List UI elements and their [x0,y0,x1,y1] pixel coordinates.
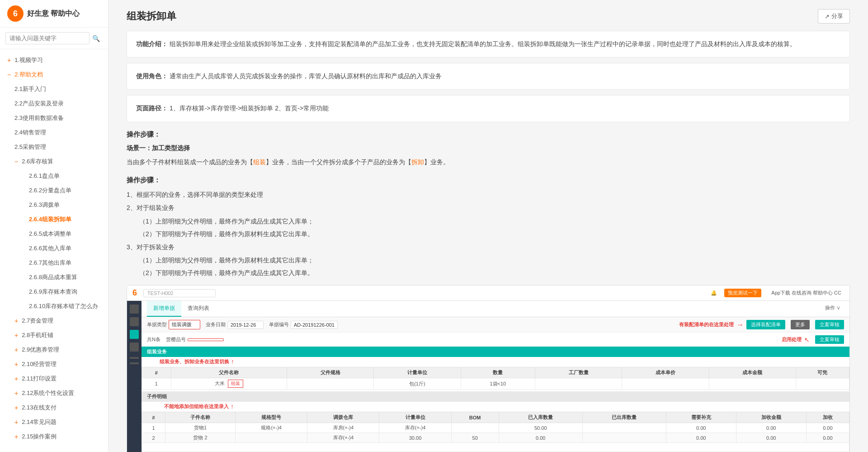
coupon-expand-icon: + [14,346,18,353]
mock-th-price: 成本单价 [622,367,709,378]
sidebar-item-system[interactable]: + 2.12系统个性化设置 [0,386,108,400]
sidebar-item-payment[interactable]: + 2.13在线支付 [0,400,108,415]
sidebar-item-faq[interactable]: + 2.14常见问题 [0,415,108,429]
mock-td-name: 大米 组装 [171,378,287,390]
sidebar-item-prepare[interactable]: 2.3使用前数据准备 [0,111,108,125]
app-logo: 6 [7,5,24,22]
sidebar-item-stocktake[interactable]: 2.6.1盘点单 [7,169,108,183]
mock-field-date: 业务日期 2019-12-26 [206,321,264,329]
mock-table1-wrapper: # 父件名称 父件规格 计量单位 数量 工厂数量 成本单价 成本金额 可凭 [142,357,849,390]
mock-table2-row2: 2 货物 2 库存(+-)4 30.00 50 0.00 0.00 [142,433,849,443]
step-3: 3、对于拆装业务 [127,242,850,253]
path-card: 页面路径： 1、库存核算->库存管理->组装拆卸单 2、首页->常用功能 [127,95,850,122]
sidebar-item-cases[interactable]: + 2.15操作案例 [0,429,108,444]
inventory-subnav: 2.6.1盘点单 2.6.2分量盘点单 2.6.3调拨单 2.6.4组装拆卸单 … [0,169,108,314]
sidebar-item-inother[interactable]: 2.6.6其他入库单 [7,241,108,256]
sidebar-item-inventory[interactable]: − 2.6库存核算 [0,154,108,169]
mock-table2-header: # 子件名称 规格型号 调拨仓库 计量单位 BOM 已入库数量 已出库数量 需要 [142,412,849,423]
mock-t2-r1-in: 50.00 [499,423,582,433]
sidebar-item-adjust[interactable]: 2.6.3调拨单 [7,198,108,212]
sidebar-item-print[interactable]: + 2.11打印设置 [0,371,108,386]
mock-type-label: 单据类型 [147,321,167,328]
mock-annotation3-text: 启用处理 [782,336,802,343]
mock-table2-row1: 1 货物1 规格(+-)4 库房(+-)4 库存(+-)4 50.00 0. [142,423,849,433]
sidebar-item-ledger[interactable]: 2.6.9库存账本查询 [7,285,108,299]
mock-table2-row3 [142,443,849,452]
mock-icon-2 [130,317,139,326]
mock-select-btn[interactable]: 选择装配清单 [746,320,785,329]
sidebar-item-wrong[interactable]: 2.6.10库存账本错了怎么办 [7,299,108,314]
mock-type-value[interactable]: 组装调拨 [169,320,200,329]
mock-t2-r2-bom: 50 [451,433,499,443]
mock-t2-r1-unit: 库存(+-)4 [379,423,451,433]
mock-field-value[interactable] [188,338,224,341]
share-icon: ↗ [825,13,830,20]
mock-annotation2-text: 组装业务、拆卸业务在这里切换 [160,358,229,365]
sidebar-item-assembly[interactable]: 2.6.4组装拆卸单 [7,212,108,227]
mock-table2: # 子件名称 规格型号 调拨仓库 计量单位 BOM 已入库数量 已出库数量 需要 [142,412,849,452]
mock-annotation4-text: 不能地添加但组给在这里录入 [164,403,229,410]
sidebar-item-video[interactable]: + 1.视频学习 [0,53,108,67]
step-list: 1、根据不同的业务，选择不同单据的类型来处理 2、对于组装业务 （1）上部明细为… [127,189,850,279]
mock-section1-wrapper: 组装业务 组装业务、拆卸业务在这里切换 ↑ [142,347,849,357]
step-2-sub2: （2）下部明细为子件明细，最终作为原材料生成其它出库单。 [139,228,850,240]
search-button[interactable]: 🔍 [90,33,103,44]
mock-tab-list[interactable]: 查询列表 [181,301,216,317]
mock-confirm-btn[interactable]: 立案审核 [815,335,844,344]
mock-action-btn[interactable]: 立案审核 [815,320,844,329]
sidebar-item-newcomer[interactable]: 2.1新手入门 [0,82,108,96]
main-header: 组装拆卸单 ↗ 分享 [108,0,868,31]
mock-arrow3: ↖ [804,336,810,343]
mock-t2-r2-collect: 0.00 [806,433,849,443]
mock-t2-r1-idx: 1 [142,423,165,433]
mock-td-unit: 包(1斤) [374,378,461,390]
sidebar-item-coupon[interactable]: + 2.9优惠券管理 [0,343,108,357]
ops-expand-icon: + [14,361,18,368]
sidebar-item-goodscost[interactable]: 2.6.8商品成本重算 [7,270,108,285]
mock-t2-r1-out [582,423,666,433]
mock-td-fqty [535,378,622,390]
sidebar-item-install[interactable]: 2.2产品安装及登录 [0,96,108,111]
mock-annotation1-area: 有装配清单的在这里处理 → 选择装配清单 [679,320,785,329]
ops-steps-title: 操作步骤： [127,176,850,185]
mock-t2-h2: 规格型号 [236,412,307,423]
mock-table1-header: # 父件名称 父件规格 计量单位 数量 工厂数量 成本单价 成本金额 可凭 [142,367,849,378]
mock-annotation2-area: 组装业务、拆卸业务在这里切换 ↑ [160,358,234,365]
mock-date-label: 业务日期 [206,321,226,328]
sidebar-item-cost[interactable]: 2.6.5成本调整单 [7,227,108,241]
mock-more-btn[interactable]: 更多 [791,320,810,329]
mock-t2-r2-add: 0.00 [736,433,806,443]
sidebar-item-sales[interactable]: 2.4销售管理 [0,125,108,140]
sidebar-item-docs[interactable]: − 2.帮助文档 [0,67,108,82]
nav-tree: + 1.视频学习 − 2.帮助文档 2.1新手入门 2.2产品安装及登录 2.3… [0,49,108,452]
mock-section1-title: 组装业务 [142,347,849,357]
mock-date-value[interactable]: 2019-12-26 [227,321,264,329]
mock-form-row2: 共N条 货樱品号 启用处理 ↖ 立案审核 [142,332,849,347]
sidebar-item-ops[interactable]: + 2.10经营管理 [0,357,108,371]
mock-t2-h8: 需要补充 [666,412,736,423]
sidebar-item-stocktake2[interactable]: 2.6.2分量盘点单 [7,183,108,198]
share-button[interactable]: ↗ 分享 [818,9,850,24]
mock-body: 新增单据 查询列表 操作 ∨ 单据类型 组装调拨 [127,301,849,452]
sidebar-item-finance[interactable]: + 2.7资金管理 [0,314,108,328]
sidebar-item-mobile[interactable]: + 2.8手机旺铺 [0,328,108,343]
mock-t2-r2-idx: 2 [142,433,165,443]
mock-tab-new[interactable]: 新增单据 [147,301,181,317]
mock-alert-icon: 🔔 [711,290,717,296]
search-input[interactable] [5,32,90,44]
sidebar-item-outother[interactable]: 2.6.7其他出库单 [7,256,108,270]
mock-t2-r1-bom [451,423,499,433]
mock-table1-red-box: 组装 [228,380,243,388]
sidebar-item-purchase[interactable]: 2.5采购管理 [0,140,108,154]
mock-t2-h1: 子件名称 [165,412,236,423]
mock-field-num: 单据编号 AD-20191226-001 [269,321,338,329]
mock-preview-btn[interactable]: 预览测试一下 [724,289,761,297]
mock-icon-5 [130,362,139,364]
mock-t2-r2-name: 货物 2 [165,433,236,443]
step-2-sub1: （1）上部明细为父件明细，最终作为产成品生成其它入库单； [139,216,850,227]
mock-count: 共N条 [147,336,160,343]
mock-t2-r1-name: 货物1 [165,423,236,433]
mock-arrow4: ↑ [231,403,234,410]
mock-num-value[interactable]: AD-20191226-001 [291,321,338,329]
mock-table1: # 父件名称 父件规格 计量单位 数量 工厂数量 成本单价 成本金额 可凭 [142,367,849,390]
